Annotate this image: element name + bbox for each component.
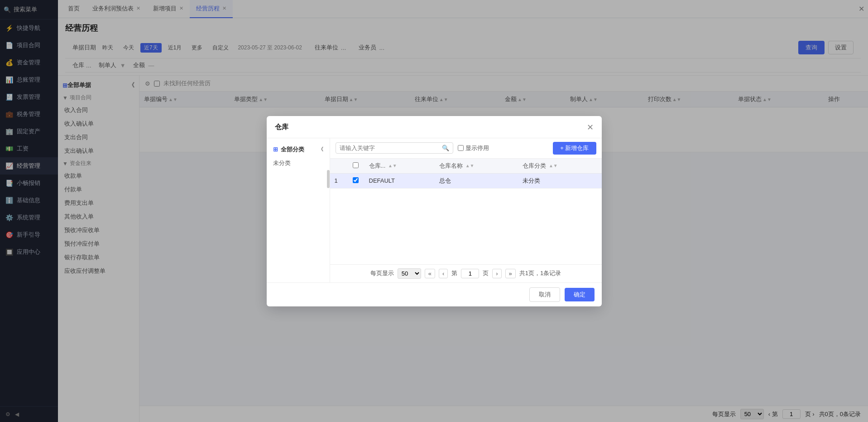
th-checkbox — [348, 159, 364, 174]
modal-toolbar: 🔍 显示停用 + 新增仓库 — [330, 138, 602, 159]
modal-left-scrollbar-thumb[interactable] — [327, 170, 330, 188]
row-checkbox[interactable] — [353, 177, 359, 183]
cell-row-num: 1 — [330, 173, 348, 188]
modal-close-button[interactable]: ✕ — [587, 122, 594, 132]
modal-search-box[interactable]: 🔍 — [336, 142, 453, 154]
cell-warehouse-code: DEFAULT — [364, 173, 435, 188]
modal-overlay: 仓库 ✕ ⊞ 全部分类 《 未分类 — [0, 0, 868, 422]
th-warehouse-category: 仓库分类 ▲▼ — [518, 159, 601, 174]
modal-last-page[interactable]: » — [505, 269, 516, 278]
cell-warehouse-name: 总仓 — [435, 173, 518, 188]
add-warehouse-button[interactable]: + 新增仓库 — [553, 142, 596, 155]
modal-per-page-label: 每页显示 — [370, 269, 394, 277]
th-warehouse-cat-sort[interactable]: 仓库分类 ▲▼ — [523, 162, 557, 169]
th-warehouse-name-sort[interactable]: 仓库名称 ▲▼ — [439, 162, 474, 169]
uncategorized-label: 未分类 — [273, 159, 291, 167]
modal-page-suffix: 页 — [483, 269, 489, 277]
th-warehouse-name: 仓库名称 ▲▼ — [435, 159, 518, 174]
modal-uncategorized[interactable]: 未分类 — [267, 156, 330, 170]
modal-right-panel: 🔍 显示停用 + 新增仓库 — [330, 138, 602, 282]
th-warehouse-code-sort[interactable]: 仓库... ▲▼ — [369, 162, 397, 169]
cell-checkbox[interactable] — [348, 173, 364, 188]
show-disabled-checkbox-label[interactable]: 显示停用 — [458, 144, 489, 152]
modal-pagination: 每页显示 50 100 « ‹ 第 页 › » 共1页，1条记录 — [330, 264, 602, 282]
th-row-num — [330, 159, 348, 174]
modal-body: ⊞ 全部分类 《 未分类 — [267, 138, 602, 282]
search-icon: 🔍 — [442, 145, 449, 151]
modal-left-panel: ⊞ 全部分类 《 未分类 — [267, 138, 330, 282]
modal-table-header: 仓库... ▲▼ 仓库名称 ▲▼ 仓库分类 ▲▼ — [330, 159, 602, 174]
modal-header: 仓库 ✕ — [267, 116, 602, 138]
modal-search-input[interactable] — [340, 145, 442, 151]
warehouse-modal: 仓库 ✕ ⊞ 全部分类 《 未分类 — [267, 116, 602, 306]
modal-all-categories[interactable]: ⊞ 全部分类 《 — [267, 143, 330, 156]
table-row[interactable]: 1 DEFAULT 总仓 未分类 — [330, 173, 602, 188]
modal-cancel-button[interactable]: 取消 — [529, 287, 560, 302]
show-disabled-label: 显示停用 — [465, 144, 489, 152]
all-categories-label: 全部分类 — [281, 146, 304, 154]
modal-title: 仓库 — [275, 123, 288, 131]
th-warehouse-code: 仓库... ▲▼ — [364, 159, 435, 174]
modal-prev-page[interactable]: ‹ — [439, 269, 448, 278]
modal-table: 仓库... ▲▼ 仓库名称 ▲▼ 仓库分类 ▲▼ — [330, 159, 602, 189]
modal-next-page[interactable]: › — [492, 269, 501, 278]
modal-confirm-button[interactable]: 确定 — [565, 288, 595, 301]
modal-total: 共1页，1条记录 — [519, 269, 561, 277]
modal-first-page[interactable]: « — [425, 269, 435, 278]
modal-footer: 取消 确定 — [267, 282, 602, 306]
modal-page-input[interactable] — [461, 269, 479, 278]
modal-select-all[interactable] — [353, 162, 359, 168]
cell-warehouse-category: 未分类 — [518, 173, 601, 188]
categories-icon: ⊞ — [273, 146, 278, 153]
modal-left-collapse[interactable]: 《 — [318, 146, 323, 153]
modal-per-page-select[interactable]: 50 100 — [398, 268, 421, 279]
show-disabled-checkbox[interactable] — [458, 145, 464, 151]
modal-page-label: 第 — [451, 269, 457, 277]
modal-table-wrap: 仓库... ▲▼ 仓库名称 ▲▼ 仓库分类 ▲▼ — [330, 159, 602, 264]
